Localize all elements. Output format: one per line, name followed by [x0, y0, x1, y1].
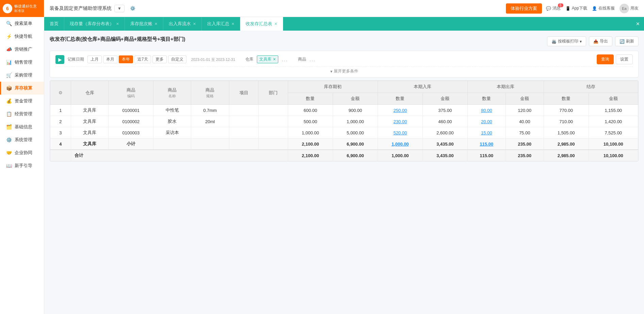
cell-total-in-amount: 3,435.00: [423, 150, 467, 161]
cell-total-in-qty: 1,000.00: [378, 150, 423, 161]
try-solution-button[interactable]: 体验行业方案: [506, 3, 542, 14]
cell-closing-qty: 770.00: [544, 105, 589, 116]
cell-subtotal-seq: 4: [50, 138, 71, 150]
sidebar-item-quicknav[interactable]: ⚡ 快捷导航: [0, 30, 44, 43]
tab-stock-summary[interactable]: 收发存汇总表 ✕: [240, 17, 283, 31]
sidebar-item-collab[interactable]: 🤝 企业协同: [0, 146, 44, 159]
sidebar-item-marketing[interactable]: 📣 营销推广: [0, 43, 44, 56]
cell-in-qty[interactable]: 230.00: [378, 116, 423, 127]
cell-opening-qty: 600.00: [288, 105, 333, 116]
date-btn-custom[interactable]: 自定义: [168, 55, 186, 63]
online-service-label: 在线客服: [598, 5, 615, 11]
tab-bar-close-button[interactable]: ✕: [632, 21, 644, 27]
cell-subtotal-out-amount: 235.00: [506, 138, 544, 150]
cell-out-qty[interactable]: 15.00: [467, 127, 506, 138]
date-btn-last-month[interactable]: 上月: [87, 55, 102, 63]
settings-icon-header[interactable]: ⚙️: [130, 6, 135, 11]
refresh-button[interactable]: 🔄 刷新: [615, 36, 639, 46]
cell-closing-amount: 7,525.00: [589, 127, 638, 138]
goods-more-dots[interactable]: ...: [310, 57, 316, 62]
date-btn-7days[interactable]: 近7天: [134, 55, 151, 63]
th-product-code: 商品编码: [109, 81, 153, 105]
print-label: 按模板打印: [558, 38, 578, 44]
sidebar-item-purchase[interactable]: 🛒 采购管理: [0, 69, 44, 82]
sidebar-item-search[interactable]: 🔍 搜索菜单: [0, 17, 44, 30]
expand-conditions-button[interactable]: ▾ 展开更多条件: [55, 66, 633, 76]
filter-container: ▶ 记账日期 上月 本月 本年 近7天 更多 自定义 2023-01-01 至 …: [50, 51, 639, 78]
system-dropdown[interactable]: ▼: [114, 5, 125, 12]
tab-label: 出入库流水: [169, 21, 191, 27]
refresh-icon: 🔄: [620, 39, 625, 44]
cell-product-spec: 20ml: [191, 116, 229, 127]
in-qty-link[interactable]: 250.00: [393, 108, 407, 113]
main-area: 装备及固定资产辅助管理系统 ▼ ⚙️ 体验行业方案 💬 消息 6 📱 App下载…: [44, 0, 644, 314]
sidebar-item-label: 销售管理: [15, 59, 32, 65]
date-btn-more[interactable]: 更多: [152, 55, 167, 63]
cell-product-spec: [191, 127, 229, 138]
cell-department: [259, 105, 288, 116]
tab-inout-flow[interactable]: 出入库流水 ✕: [163, 17, 202, 31]
sidebar-item-system[interactable]: ⚙️ 系统管理: [0, 133, 44, 146]
cell-in-qty[interactable]: 520.00: [378, 127, 423, 138]
cell-product-code: 0100002: [109, 116, 153, 127]
print-template-button[interactable]: 🖨️ 按模板打印 ▾: [547, 36, 586, 46]
cell-product-code: 0100001: [109, 105, 153, 116]
user-label: 用友: [630, 5, 639, 11]
out-qty-link[interactable]: 15.00: [481, 130, 492, 135]
sidebar-item-guide[interactable]: 📖 新手引导: [0, 159, 44, 172]
cell-in-qty[interactable]: 250.00: [378, 105, 423, 116]
cell-subtotal-in-qty[interactable]: 1,000.00: [378, 138, 423, 150]
box-icon: 📦: [6, 85, 12, 91]
th-settings[interactable]: ⚙: [50, 81, 71, 105]
sidebar-item-operations[interactable]: 📋 经营管理: [0, 108, 44, 120]
cell-out-qty[interactable]: 80.00: [467, 105, 506, 116]
tab-close-icon[interactable]: ✕: [193, 22, 196, 26]
message-icon: 💬: [546, 6, 551, 11]
user-menu[interactable]: Ea 用友: [620, 4, 639, 13]
query-button[interactable]: 查询: [597, 54, 614, 64]
subtotal-out-qty-link[interactable]: 115.00: [480, 142, 493, 147]
sidebar-item-label: 采购管理: [15, 72, 32, 78]
date-btn-this-year[interactable]: 本年: [119, 55, 133, 63]
sidebar-item-basics[interactable]: 🗂️ 基础信息: [0, 120, 44, 133]
online-service-button[interactable]: 👤 在线客服: [592, 5, 615, 11]
filter-toggle-button[interactable]: ▶: [55, 55, 64, 64]
tab-label: 首页: [50, 21, 59, 27]
cell-total-closing-qty: 2,985.00: [544, 150, 589, 161]
warehouse-tag-close[interactable]: ✕: [273, 57, 276, 62]
cell-subtotal-out-qty[interactable]: 115.00: [467, 138, 506, 150]
th-opening-amount: 金额: [333, 93, 378, 105]
table-gear-icon[interactable]: ⚙: [59, 90, 63, 95]
header-actions: 💬 消息 6 📱 App下载 👤 在线客服 Ea 用友: [546, 4, 639, 13]
in-qty-link[interactable]: 520.00: [393, 130, 407, 135]
system-name: 装备及固定资产辅助管理系统: [50, 5, 112, 12]
subtotal-in-qty-link[interactable]: 1,000.00: [392, 142, 409, 147]
out-qty-link[interactable]: 80.00: [481, 108, 492, 113]
sidebar-item-sales[interactable]: 📊 销售管理: [0, 56, 44, 69]
tab-home[interactable]: 首页: [44, 17, 64, 31]
message-badge: 6: [558, 3, 563, 7]
tab-inout-summary[interactable]: 出入库汇总 ✕: [202, 17, 240, 31]
tab-close-icon[interactable]: ✕: [274, 22, 277, 26]
cell-out-qty[interactable]: 20.00: [467, 116, 506, 127]
dropdown-text: ▼: [117, 6, 121, 11]
message-button[interactable]: 💬 消息 6: [546, 5, 561, 11]
th-closing-qty: 数量: [544, 93, 589, 105]
tab-close-icon[interactable]: ✕: [231, 22, 234, 26]
cell-warehouse: 文具库: [71, 127, 109, 138]
settings-button[interactable]: 设置: [616, 54, 633, 64]
sidebar-item-assets[interactable]: 💰 资金管理: [0, 95, 44, 108]
tab-inventory-distribution[interactable]: 现存量（库存分布表） ✕: [64, 17, 125, 31]
app-download-button[interactable]: 📱 App下载: [565, 5, 587, 11]
sidebar-item-inventory[interactable]: 📦 库存核算: [0, 82, 44, 95]
tab-close-icon[interactable]: ✕: [116, 22, 119, 26]
cell-warehouse: 文具库: [71, 105, 109, 116]
tab-close-icon[interactable]: ✕: [154, 22, 158, 26]
app-name: 畅捷通好生意: [14, 4, 37, 9]
tab-batch-ledger[interactable]: 库存批次账 ✕: [125, 17, 163, 31]
warehouse-more-dots[interactable]: ...: [282, 57, 288, 62]
export-button[interactable]: 📤 导出: [589, 36, 612, 46]
date-btn-this-month[interactable]: 本月: [103, 55, 117, 63]
in-qty-link[interactable]: 230.00: [393, 119, 407, 124]
out-qty-link[interactable]: 20.00: [481, 119, 492, 124]
